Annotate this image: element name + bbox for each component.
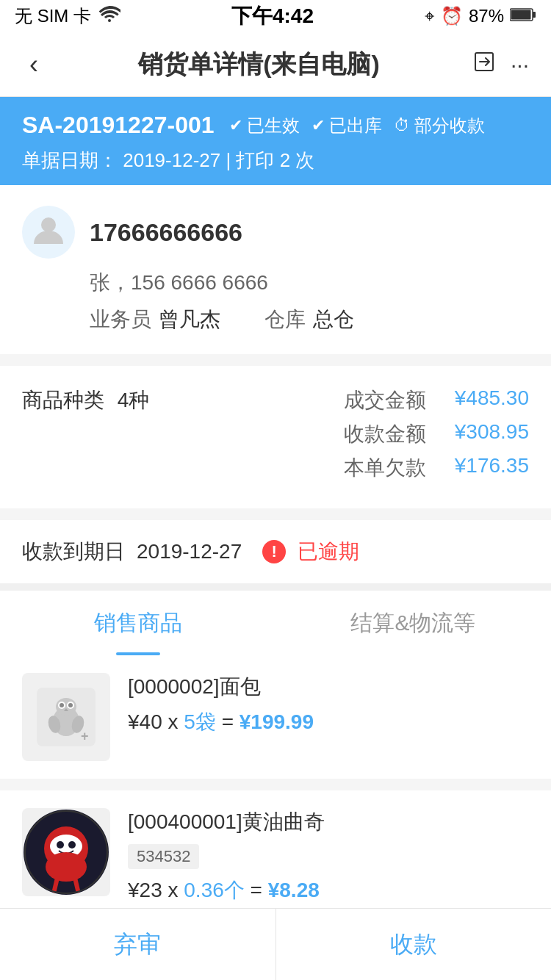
product-list: + [0000002]面包 ¥40 x 5袋 = ¥199.99 (0, 655, 551, 922)
svg-point-19 (57, 841, 64, 849)
status-shipped: ✔ 已出库 (311, 114, 382, 137)
overdue-icon: ! (262, 540, 286, 563)
customer-phone: 17666666666 (90, 218, 242, 247)
tab-products-label: 销售商品 (94, 608, 182, 638)
tab-settle[interactable]: 结算&物流等 (276, 591, 551, 655)
salesperson-item: 业务员 曾凡杰 (90, 306, 220, 334)
reject-button[interactable]: 弃审 (0, 909, 276, 980)
salesperson-label: 业务员 (90, 306, 151, 334)
product-badge-2: 534532 (128, 844, 199, 869)
product-code-1: [0000002] (128, 675, 220, 698)
share-icon[interactable] (472, 50, 496, 79)
page-title: 销货单详情(来自电脑) (138, 48, 380, 82)
status-right: ⌖ ⏰ 87% (425, 6, 536, 26)
svg-text:+: + (81, 729, 89, 743)
warehouse-label: 仓库 (264, 306, 306, 334)
banner-top: SA-20191227-001 ✔ 已生效 ✔ 已出库 ⏱ 部分收款 (22, 112, 529, 139)
product-name-1: [0000002]面包 (128, 673, 529, 701)
more-icon[interactable]: ··· (511, 52, 529, 77)
nav-actions: ··· (472, 50, 529, 79)
product-info-1: [0000002]面包 ¥40 x 5袋 = ¥199.99 (128, 673, 529, 736)
owed-amount: 本单欠款 ¥176.35 (344, 454, 529, 482)
product-total-1: ¥199.99 (240, 710, 314, 733)
alarm-icon: ⏰ (441, 6, 463, 26)
received-amount: 收款金额 ¥308.95 (344, 420, 529, 448)
back-button[interactable]: ‹ (22, 42, 46, 87)
effective-label: 已生效 (247, 114, 300, 137)
status-effective: ✔ 已生效 (229, 114, 300, 137)
customer-details: 业务员 曾凡杰 仓库 总仓 (90, 306, 529, 334)
list-item: + [0000002]面包 ¥40 x 5袋 = ¥199.99 (0, 655, 551, 779)
salesperson-value: 曾凡杰 (159, 306, 220, 334)
sim-status: 无 SIM 卡 (15, 4, 91, 28)
partial-label: 部分收款 (414, 114, 485, 137)
battery-level: 87% (469, 6, 504, 26)
status-tags: ✔ 已生效 ✔ 已出库 ⏱ 部分收款 (229, 114, 485, 137)
due-date-section: 收款到期日 2019-12-27 ! 已逾期 (0, 520, 551, 591)
product-thumbnail-1: + (22, 673, 110, 761)
svg-point-20 (68, 841, 76, 849)
svg-line-23 (75, 878, 78, 890)
product-price-1: ¥40 x 5袋 = ¥199.99 (128, 708, 529, 736)
battery-icon (510, 6, 536, 26)
product-type-label: 商品种类 (22, 389, 104, 411)
order-header: SA-20191227-001 ✔ 已生效 ✔ 已出库 ⏱ 部分收款 单据日期：… (0, 97, 551, 185)
check-icon-effective: ✔ (229, 116, 242, 135)
tab-settle-label: 结算&物流等 (350, 608, 475, 638)
amount-summary: 成交金额 ¥485.30 收款金额 ¥308.95 本单欠款 ¥176.35 (344, 386, 529, 488)
print-count: | 打印 2 次 (226, 149, 314, 171)
collect-label: 收款 (390, 929, 437, 961)
owed-label: 本单欠款 (344, 454, 426, 482)
status-left: 无 SIM 卡 (15, 4, 120, 28)
tabs: 销售商品 结算&物流等 (0, 591, 551, 655)
owed-value: ¥176.35 (441, 454, 529, 482)
svg-rect-1 (533, 12, 536, 18)
product-qty-2: 0.36个 (184, 879, 245, 901)
received-value: ¥308.95 (441, 420, 529, 448)
svg-rect-2 (511, 10, 530, 20)
svg-point-10 (60, 703, 64, 707)
status-time: 下午4:42 (231, 2, 314, 30)
due-date-value: 2019-12-27 (137, 540, 242, 563)
overdue-text: 已逾期 (298, 538, 359, 566)
product-info-2: [000400001]黄油曲奇 534532 ¥23 x 0.36个 = ¥8.… (128, 808, 529, 904)
svg-point-4 (41, 217, 56, 232)
customer-header: 17666666666 (22, 206, 529, 259)
order-date: 2019-12-27 (123, 149, 220, 171)
product-total-2: ¥8.28 (268, 879, 320, 901)
location-icon: ⌖ (425, 6, 435, 26)
check-icon-shipped: ✔ (311, 116, 325, 135)
deal-value: ¥485.30 (441, 386, 529, 414)
warehouse-value: 总仓 (313, 306, 354, 334)
reject-label: 弃审 (114, 929, 161, 961)
nav-bar: ‹ 销货单详情(来自电脑) ··· (0, 32, 551, 97)
collect-button[interactable]: 收款 (276, 909, 552, 980)
status-partial: ⏱ 部分收款 (394, 114, 485, 137)
product-thumbnail-2 (22, 808, 110, 896)
deal-label: 成交金额 (344, 386, 426, 414)
product-type: 商品种类 4种 (22, 386, 149, 414)
bottom-bar: 弃审 收款 (0, 908, 551, 980)
product-name-2: [000400001]黄油曲奇 (128, 808, 529, 836)
summary-section: 商品种类 4种 成交金额 ¥485.30 收款金额 ¥308.95 本单欠款 ¥… (0, 366, 551, 508)
avatar-icon (31, 212, 66, 253)
customer-avatar (22, 206, 75, 259)
svg-point-11 (68, 703, 73, 707)
product-price-2: ¥23 x 0.36个 = ¥8.28 (128, 876, 529, 904)
order-date-line: 单据日期： 2019-12-27 | 打印 2 次 (22, 148, 529, 173)
summary-row: 商品种类 4种 成交金额 ¥485.30 收款金额 ¥308.95 本单欠款 ¥… (22, 386, 529, 488)
status-bar: 无 SIM 卡 下午4:42 ⌖ ⏰ 87% (0, 0, 551, 32)
product-qty-1: 5袋 (184, 710, 216, 733)
tab-products[interactable]: 销售商品 (0, 591, 276, 655)
warehouse-item: 仓库 总仓 (264, 306, 354, 334)
product-code-2: [000400001] (128, 810, 242, 833)
customer-section: 17666666666 张，156 6666 6666 业务员 曾凡杰 仓库 总… (0, 185, 551, 354)
product-type-count: 4种 (118, 389, 150, 411)
shipped-label: 已出库 (329, 114, 382, 137)
wifi-icon (98, 6, 120, 26)
list-item: [000400001]黄油曲奇 534532 ¥23 x 0.36个 = ¥8.… (0, 790, 551, 922)
date-label: 单据日期： (22, 149, 118, 171)
svg-point-21 (46, 852, 87, 882)
due-date-label: 收款到期日 (22, 538, 125, 566)
svg-line-22 (54, 878, 57, 890)
